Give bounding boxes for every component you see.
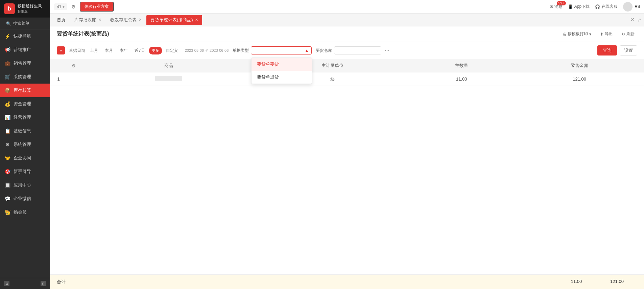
sidebar-item-label: 营销推广 xyxy=(14,47,31,53)
cell-settings xyxy=(67,72,80,86)
expand-icon[interactable]: ⤢ xyxy=(637,17,641,23)
header-right: ✉ 消息 99+ 📱 App下载 🎧 在线客服 Rit xyxy=(550,2,640,12)
tabs-bar: 首页 库存批次账 ✕ 收发存汇总表 ✕ 要货单统计表(按商品) ✕ ✕ ⤢ xyxy=(50,14,644,26)
print-btn[interactable]: 🖨 按模板打印 ▾ xyxy=(559,30,594,38)
sidebar-logo: b 畅捷通好生意 标准版 xyxy=(0,0,50,18)
sidebar-item-operations[interactable]: 📊 经营管理 xyxy=(0,111,50,124)
sidebar-item-label: 快捷导航 xyxy=(14,33,31,39)
sidebar-item-marketing[interactable]: 📢 营销推广 xyxy=(0,43,50,57)
company-selector[interactable]: 41 ▾ xyxy=(54,3,67,10)
chevron-down-icon: ▾ xyxy=(63,4,65,9)
tab-label: 收发存汇总表 xyxy=(110,17,137,23)
user-menu[interactable]: Rit xyxy=(623,2,640,12)
online-service-btn[interactable]: 🎧 在线客服 xyxy=(595,4,618,9)
filter-bar: » 单据日期 上月 本月 本年 近7天 更多 自定义 2023-05-06 至 … xyxy=(50,42,644,59)
btn-last-7-days[interactable]: 近7天 xyxy=(132,47,148,54)
col-amount: 零售金额 xyxy=(515,59,644,72)
marketing-icon: 📢 xyxy=(4,46,11,53)
sidebar-search[interactable]: 🔍 搜索菜单 xyxy=(0,18,50,29)
date-range-display: 2023-05-06 至 2023-06-06 xyxy=(185,48,229,53)
sidebar-item-wechat[interactable]: 💬 企业微信 xyxy=(0,192,50,205)
download-icon: 📱 xyxy=(568,4,573,9)
refresh-icon: ↻ xyxy=(622,32,625,37)
sidebar-item-inventory[interactable]: 📦 库存核算 xyxy=(0,84,50,97)
close-icon[interactable]: ✕ xyxy=(195,18,198,22)
sidebar-item-finance[interactable]: 💰 资金管理 xyxy=(0,97,50,111)
collapse-btn[interactable]: ⟨⟩ xyxy=(41,281,46,286)
close-icon[interactable]: ✕ xyxy=(98,18,101,22)
message-icon: ✉ xyxy=(550,4,553,9)
filter-more-btn[interactable]: ··· xyxy=(383,47,390,53)
tab-receive-summary[interactable]: 收发存汇总表 ✕ xyxy=(106,15,146,25)
inventory-icon: 📦 xyxy=(4,87,11,94)
table-row: 1 块 11.00 121.00 xyxy=(50,72,644,86)
app-download-btn[interactable]: 📱 App下载 xyxy=(568,4,590,9)
query-button[interactable]: 查询 xyxy=(597,45,617,55)
export-btn[interactable]: ⬆ 导出 xyxy=(597,30,616,38)
search-icon: 🔍 xyxy=(6,21,11,26)
sidebar-item-label: 系统管理 xyxy=(14,141,31,148)
filter-expand-btn[interactable]: » xyxy=(57,46,65,54)
settings-bottom-btn[interactable]: ⚙ xyxy=(4,281,9,286)
enterprise-icon: 🤝 xyxy=(4,155,11,161)
page-actions: 🖨 按模板打印 ▾ ⬆ 导出 ↻ 刷新 xyxy=(559,30,637,38)
date-presets: 上月 本月 本年 近7天 更多 自定义 xyxy=(87,47,181,54)
btn-custom-date[interactable]: 自定义 xyxy=(163,47,181,54)
sales-icon: 💼 xyxy=(4,60,11,67)
sidebar-item-sales[interactable]: 💼 销售管理 xyxy=(0,57,50,70)
btn-more-dates[interactable]: 更多 xyxy=(149,47,162,54)
promo-button[interactable]: 体验行业方案 xyxy=(80,2,114,12)
sidebar-item-apps[interactable]: 🔲 应用中心 xyxy=(0,178,50,192)
cell-quantity: 11.00 xyxy=(408,72,515,86)
settings-icon[interactable]: ⚙ xyxy=(71,4,76,9)
sidebar-item-purchase[interactable]: 🛒 采购管理 xyxy=(0,70,50,84)
export-label: 导出 xyxy=(605,31,613,37)
btn-this-month[interactable]: 本月 xyxy=(102,47,116,54)
app-logo-icon: b xyxy=(4,3,15,14)
cell-product xyxy=(80,72,257,86)
avatar xyxy=(623,2,633,12)
sidebar-item-quick-nav[interactable]: ⚡ 快捷导航 xyxy=(0,29,50,43)
close-icon[interactable]: ✕ xyxy=(139,18,142,22)
sidebar-item-label: 采购管理 xyxy=(14,74,31,80)
brand-name: 畅捷通好生意 xyxy=(18,4,42,9)
tab-inventory-batch[interactable]: 库存批次账 ✕ xyxy=(70,15,105,25)
operations-icon: 📊 xyxy=(4,114,11,121)
refresh-label: 刷新 xyxy=(626,31,635,37)
service-icon: 🎧 xyxy=(595,4,600,9)
column-settings-icon[interactable]: ⚙ xyxy=(72,63,76,68)
type-dropdown-menu: 要货单要货 要货单退货 xyxy=(251,58,312,84)
main-area: 41 ▾ ⚙ 体验行业方案 ✉ 消息 99+ 📱 App下载 🎧 在线客服 R xyxy=(50,0,644,289)
filter-actions: 查询 设置 xyxy=(597,45,637,55)
type-filter-group: 单据类型 ▲ 要货单要货 要货单退货 xyxy=(233,46,312,54)
user-name: Rit xyxy=(635,4,640,9)
dropdown-option-1[interactable]: 要货单要货 xyxy=(252,58,312,71)
dropdown-option-2[interactable]: 要货单退货 xyxy=(252,71,312,84)
type-dropdown[interactable]: ▲ 要货单要货 要货单退货 xyxy=(251,46,312,54)
date-filter-group: 单据日期 上月 本月 本年 近7天 更多 自定义 xyxy=(69,47,181,54)
sidebar-item-enterprise[interactable]: 🤝 企业协同 xyxy=(0,151,50,165)
chevron-down-icon: ▾ xyxy=(589,32,591,37)
tab-home[interactable]: 首页 xyxy=(53,15,70,25)
warehouse-dropdown[interactable] xyxy=(334,46,381,54)
tab-order-stats[interactable]: 要货单统计表(按商品) ✕ xyxy=(146,15,202,25)
notification-btn[interactable]: ✉ 消息 99+ xyxy=(550,4,563,9)
close-all-icon[interactable]: ✕ xyxy=(630,17,635,23)
warehouse-placeholder xyxy=(337,48,338,53)
tab-label: 要货单统计表(按商品) xyxy=(150,17,193,23)
sidebar-item-system[interactable]: ⚙ 系统管理 xyxy=(0,138,50,151)
sidebar-item-basics[interactable]: 📋 基础信息 xyxy=(0,124,50,138)
purchase-icon: 🛒 xyxy=(4,73,11,80)
col-settings: ⚙ xyxy=(67,59,80,72)
btn-this-year[interactable]: 本年 xyxy=(117,47,130,54)
chevron-up-icon: ▲ xyxy=(305,48,309,53)
sidebar-item-label: 企业协同 xyxy=(14,155,31,161)
top-header: 41 ▾ ⚙ 体验行业方案 ✉ 消息 99+ 📱 App下载 🎧 在线客服 R xyxy=(50,0,644,14)
sidebar-item-vip[interactable]: 👑 畅会员 xyxy=(0,205,50,219)
refresh-btn[interactable]: ↻ 刷新 xyxy=(619,30,637,38)
btn-last-month[interactable]: 上月 xyxy=(87,47,101,54)
guide-icon: 🎯 xyxy=(4,168,11,175)
sidebar-item-guide[interactable]: 🎯 新手引导 xyxy=(0,165,50,178)
footer-total-qty: 11.00 xyxy=(556,279,597,285)
settings-button[interactable]: 设置 xyxy=(620,45,637,55)
